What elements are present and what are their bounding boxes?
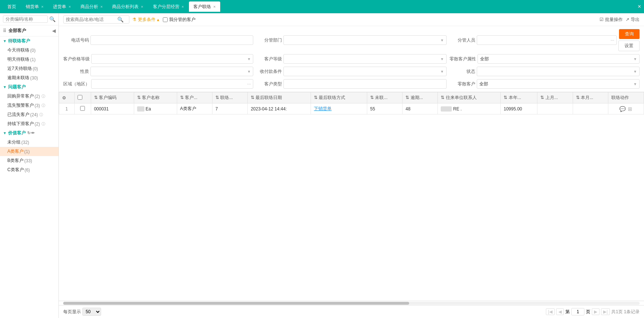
tab-sales[interactable]: 销货单 ×	[21, 1, 48, 12]
sidebar-group-problem[interactable]: ▼ 问题客户	[0, 82, 58, 92]
sidebar-item-c-class[interactable]: C类客户 (6)	[0, 165, 58, 174]
sidebar-item-no-group[interactable]: 未分组 (32)	[0, 138, 58, 147]
last-contact-method-value[interactable]: 下销货单	[314, 106, 332, 111]
filter-row-retail-customer: 零散客户 全部 ▼	[450, 79, 640, 89]
nature-select[interactable]: ▼	[90, 67, 253, 76]
tab-purchase-close[interactable]: ×	[68, 4, 71, 9]
first-page-button[interactable]: |◀	[546, 308, 555, 315]
th-code[interactable]: ⇅ 客户编码	[91, 92, 134, 103]
retail-customer-select[interactable]: 全部 ▼	[477, 79, 640, 89]
price-tier-select[interactable]: ▼	[91, 54, 253, 64]
table-row: 1 000031 Ea A类客户 7 2023-04-12 14:44: 下销货…	[59, 103, 644, 114]
sidebar-item-tomorrow-pending[interactable]: 明天待联络 (1)	[0, 55, 58, 64]
sidebar-search-button[interactable]: 🔍	[49, 16, 56, 22]
th-last-contact-method[interactable]: ⇅ 最后联络方式	[311, 92, 367, 103]
region-input[interactable]: ···	[91, 79, 253, 89]
tab-sales-close[interactable]: ×	[41, 4, 43, 9]
th-this-year[interactable]: ⇅ 本年...	[501, 92, 537, 103]
th-last-month[interactable]: ⇅ 上月...	[537, 92, 573, 103]
tab-analysis-close[interactable]: ×	[100, 4, 103, 9]
content-area: 🔍 ⚗ 更多条件 ▲ 我分管的客户 ☑ 批量操作	[59, 13, 644, 318]
loss-warning-info-icon[interactable]: ⓘ	[42, 103, 45, 108]
scrollbar-track[interactable]	[63, 302, 640, 305]
th-checkbox[interactable]	[74, 92, 91, 103]
status-select[interactable]: ▼	[477, 67, 640, 76]
sidebar-item-abnormal-repurchase[interactable]: 回购异常客户 (2) ⓘ	[0, 92, 58, 101]
th-overdue[interactable]: ⇅ 逾期...	[402, 92, 438, 103]
tab-customer-contact[interactable]: 客户联络 ×	[189, 1, 220, 12]
phone-filter-input[interactable]	[90, 35, 253, 45]
tab-analysis-list-close[interactable]: ×	[141, 4, 143, 9]
sidebar-item-loss-warning[interactable]: 流失预警客户 (3) ⓘ	[0, 101, 58, 110]
window-close-button[interactable]: ×	[638, 3, 641, 10]
my-customers-checkbox[interactable]	[163, 17, 168, 22]
tab-customer-tier[interactable]: 客户分层经营 ×	[149, 1, 188, 12]
dept-filter-select[interactable]: ▼	[283, 35, 446, 45]
sidebar-item-lost-customers[interactable]: 已流失客户 (24) ⓘ	[0, 110, 58, 119]
sidebar-group-pending[interactable]: ▼ 待联络客户	[0, 36, 58, 46]
grid-action-icon[interactable]: ⊞	[628, 106, 632, 112]
last-page-button[interactable]: ▶|	[601, 308, 610, 315]
page-number-input[interactable]	[571, 308, 584, 315]
tab-customer-contact-close[interactable]: ×	[213, 4, 215, 9]
customer-tier-select[interactable]: ▼	[283, 54, 446, 64]
th-this-month[interactable]: ⇅ 本月...	[573, 92, 608, 103]
sidebar-search-input[interactable]	[3, 15, 48, 23]
tab-home[interactable]: 首页	[3, 1, 21, 12]
sidebar-item-b-class[interactable]: B类客户 (33)	[0, 156, 58, 165]
tab-customer-tier-close[interactable]: ×	[182, 4, 184, 9]
sidebar-collapse-button[interactable]: ◀	[52, 28, 56, 33]
value-arrow-icon: ▼	[3, 131, 7, 135]
value-edit-icon[interactable]: ✏	[31, 131, 35, 135]
query-button[interactable]: 查询	[619, 29, 640, 39]
th-not-contacted[interactable]: ⇅ 未联...	[367, 92, 402, 103]
tab-analysis[interactable]: 商品分析 ×	[76, 1, 107, 12]
row-checkbox-cell[interactable]	[74, 103, 91, 114]
horizontal-scrollbar[interactable]	[59, 301, 644, 305]
th-last-contact-date[interactable]: ⇅ 最后联络日期	[248, 92, 311, 103]
filter-action-buttons: 查询 设置	[618, 29, 640, 51]
tab-purchase[interactable]: 进货单 ×	[49, 1, 75, 12]
manager-filter-input[interactable]: ···	[477, 35, 617, 45]
filter-more-conditions[interactable]: ⚗ 更多条件 ▲	[132, 17, 160, 23]
th-gear[interactable]: ⚙	[59, 92, 75, 103]
tab-analysis-list[interactable]: 商品分析列表 ×	[108, 1, 147, 12]
c-class-label: C类客户	[7, 167, 24, 173]
row-actions-cell: 💬 ⊞	[608, 103, 644, 114]
sidebar-item-declining[interactable]: 持续下滑客户 (2) ⓘ	[0, 119, 58, 128]
date-sort-icon: ⇅	[251, 95, 254, 100]
filter-search-input[interactable]	[66, 17, 117, 22]
th-unit-contact[interactable]: ⇅ 往来单位联系人	[438, 92, 501, 103]
declining-info-icon[interactable]: ⓘ	[42, 121, 45, 127]
sidebar-item-overdue[interactable]: 逾期未联络 (30)	[0, 73, 58, 82]
chat-icon[interactable]: 💬	[619, 106, 626, 112]
sidebar-item-a-class[interactable]: A类客户 (1)	[0, 147, 58, 156]
per-page-select[interactable]: 50 100 200	[82, 308, 101, 316]
scrollbar-thumb[interactable]	[63, 302, 409, 305]
export-button[interactable]: ↗ 导出	[626, 17, 640, 23]
settings-button[interactable]: 设置	[618, 40, 640, 51]
lost-customers-info-icon[interactable]: ⓘ	[39, 112, 43, 117]
next-page-button[interactable]: ▶	[592, 308, 600, 315]
filter-search-icon[interactable]: 🔍	[117, 17, 124, 22]
prev-page-button[interactable]: ◀	[556, 308, 564, 315]
last-contact-method-cell: 下销货单	[311, 103, 367, 114]
th-name[interactable]: ⇅ 客户名称	[134, 92, 177, 103]
retail-attr-select[interactable]: 全部 ▼	[477, 54, 640, 64]
sidebar-item-week-pending[interactable]: 近7天待联络 (0)	[0, 64, 58, 73]
row-checkbox[interactable]	[80, 106, 85, 111]
th-customer-type[interactable]: ⇅ 客户...	[177, 92, 212, 103]
batch-operation-button[interactable]: ☑ 批量操作	[600, 17, 623, 23]
top-navigation: 首页 销货单 × 进货单 × 商品分析 × 商品分析列表 × 客户分层经营 × …	[0, 0, 644, 13]
sidebar-group-value[interactable]: ▼ 价值客户 ↻ ✏	[0, 128, 58, 138]
select-all-checkbox[interactable]	[78, 95, 82, 100]
no-group-count: (32)	[21, 140, 29, 145]
th-contact-count[interactable]: ⇅ 联络...	[212, 92, 247, 103]
payment-select[interactable]: ▼	[283, 67, 446, 76]
sidebar: 🔍 ⠿ 全部客户 ◀ ▼ 待联络客户 今天待联络 (0) 明天待联络 (1) 近…	[0, 13, 59, 318]
customer-type-input[interactable]	[283, 79, 446, 89]
value-refresh-icon[interactable]: ↻	[27, 131, 31, 135]
sidebar-item-today-pending[interactable]: 今天待联络 (0)	[0, 46, 58, 55]
abnormal-repurchase-info-icon[interactable]: ⓘ	[42, 94, 45, 99]
filter-row-payment: 收付款条件 ▼	[256, 67, 446, 76]
